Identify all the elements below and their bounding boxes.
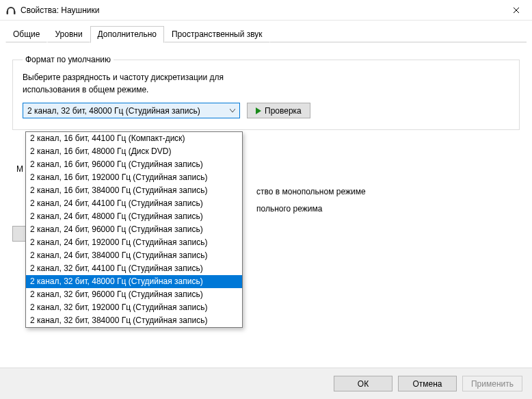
desc-line: Выберите разрядность и частоту дискретиз… bbox=[23, 71, 509, 83]
close-icon bbox=[513, 7, 520, 14]
button-label: Отмена bbox=[412, 379, 442, 389]
format-option[interactable]: 2 канал, 32 бит, 192000 Гц (Студийная за… bbox=[26, 301, 242, 314]
tab-advanced[interactable]: Дополнительно bbox=[90, 26, 164, 43]
format-option[interactable]: 2 канал, 24 бит, 44100 Гц (Студийная зап… bbox=[26, 197, 242, 210]
format-combobox[interactable]: 2 канал, 32 бит, 48000 Гц (Студийная зап… bbox=[23, 103, 240, 118]
desc-line: использования в общем режиме. bbox=[23, 83, 509, 96]
format-option[interactable]: 2 канал, 32 бит, 384000 Гц (Студийная за… bbox=[26, 314, 242, 327]
tab-bar: Общие Уровни Дополнительно Пространствен… bbox=[0, 26, 532, 42]
chevron-down-icon bbox=[226, 109, 239, 113]
button-label: ОК bbox=[358, 379, 369, 389]
combobox-value: 2 канал, 32 бит, 48000 Гц (Студийная зап… bbox=[23, 106, 226, 116]
format-option[interactable]: 2 канал, 16 бит, 192000 Гц (Студийная за… bbox=[26, 171, 242, 184]
format-option[interactable]: 2 канал, 24 бит, 384000 Гц (Студийная за… bbox=[26, 249, 242, 262]
tab-label: Общие bbox=[13, 29, 40, 39]
close-button[interactable] bbox=[501, 0, 532, 21]
apply-button[interactable]: Применить bbox=[462, 376, 522, 391]
svg-rect-0 bbox=[7, 11, 9, 14]
obscured-text: М bbox=[16, 164, 23, 174]
format-option[interactable]: 2 канал, 16 бит, 48000 Гц (Диск DVD) bbox=[26, 145, 242, 158]
tab-spatial-sound[interactable]: Пространственный звук bbox=[164, 26, 270, 42]
format-option[interactable]: 2 канал, 16 бит, 384000 Гц (Студийная за… bbox=[26, 184, 242, 197]
tab-label: Дополнительно bbox=[98, 29, 157, 39]
default-format-group: Формат по умолчанию Выберите разрядность… bbox=[12, 55, 520, 130]
tab-label: Уровни bbox=[55, 29, 82, 39]
obscured-text: ство в монопольном режиме bbox=[256, 187, 366, 196]
play-icon bbox=[256, 107, 261, 114]
format-option[interactable]: 2 канал, 24 бит, 192000 Гц (Студийная за… bbox=[26, 236, 242, 249]
format-option[interactable]: 2 канал, 32 бит, 96000 Гц (Студийная зап… bbox=[26, 288, 242, 301]
ok-button[interactable]: ОК bbox=[334, 376, 393, 391]
format-option[interactable]: 2 канал, 32 бит, 44100 Гц (Студийная зап… bbox=[26, 262, 242, 275]
group-description: Выберите разрядность и частоту дискретиз… bbox=[23, 71, 509, 96]
button-label: Применить bbox=[471, 379, 514, 389]
headphones-icon bbox=[5, 5, 16, 16]
group-legend: Формат по умолчанию bbox=[23, 55, 114, 64]
svg-rect-1 bbox=[14, 11, 16, 14]
format-dropdown-list: 2 канал, 16 бит, 44100 Гц (Компакт-диск)… bbox=[25, 131, 243, 328]
button-label: Проверка bbox=[265, 106, 302, 116]
format-option[interactable]: 2 канал, 32 бит, 48000 Гц (Студийная зап… bbox=[26, 275, 242, 288]
format-option[interactable]: 2 канал, 16 бит, 44100 Гц (Компакт-диск) bbox=[26, 132, 242, 145]
titlebar: Свойства: Наушники bbox=[0, 0, 532, 21]
tab-general[interactable]: Общие bbox=[5, 26, 47, 42]
format-option[interactable]: 2 канал, 16 бит, 96000 Гц (Студийная зап… bbox=[26, 158, 242, 171]
dialog-footer: ОК Отмена Применить bbox=[0, 368, 532, 399]
tab-label: Пространственный звук bbox=[172, 29, 263, 39]
format-option[interactable]: 2 канал, 24 бит, 96000 Гц (Студийная зап… bbox=[26, 223, 242, 236]
test-button[interactable]: Проверка bbox=[247, 103, 310, 118]
tab-levels[interactable]: Уровни bbox=[47, 26, 90, 42]
window-title: Свойства: Наушники bbox=[21, 5, 501, 15]
cancel-button[interactable]: Отмена bbox=[398, 376, 457, 391]
format-option[interactable]: 2 канал, 24 бит, 48000 Гц (Студийная зап… bbox=[26, 210, 242, 223]
obscured-text: польного режима bbox=[256, 204, 322, 214]
